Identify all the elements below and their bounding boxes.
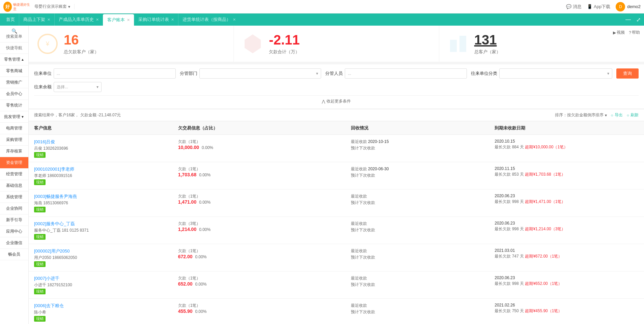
overdue-days-6: 最长欠款 750 天 超期¥455.90（1笔） [495,308,639,314]
debt-percent-3: 0.00% [199,227,211,232]
debt-amount-value-6: 455.90 [178,308,193,314]
top-right-actions: 💬 消息 📱 App下载 D demo2 [566,2,641,11]
sort-icon: ▾ [605,113,607,118]
recovery-info-6: 最近收款 预计下次收款 [351,303,495,315]
sidebar-item-basic-info[interactable]: 基础信息 [0,180,28,192]
debt-info-2: 欠款（1笔） 1,471.00 0.00% [178,194,351,205]
customer-name-1[interactable]: [0001020001]李老师 [34,166,178,172]
refresh-circle-icon: ○ [627,113,629,118]
sidebar-item-retail-mgmt[interactable]: 零售管理▲ [0,54,28,65]
sidebar-item-ecommerce[interactable]: 电商管理 [0,123,28,134]
quick-nav[interactable]: 快捷导航 [0,42,28,54]
sidebar-item-vip[interactable]: 畅会员 [0,249,28,260]
table-row: [0007]小进千 小进千 18279152100 现销 欠款（1笔） 652.… [29,271,644,299]
sidebar-item-capital[interactable]: 资金管理 [0,157,28,169]
customer-name-0[interactable]: [0016]吕俊 [34,139,178,145]
tab-product-history[interactable]: 产成品入库单历史 ✕ [54,13,103,26]
sort-select[interactable]: 排序：按欠款金额倒序排序 ▾ [555,112,607,118]
next-collect-0: 预计下次收款 [351,145,495,151]
customer-name-3[interactable]: [0002]服务中心_丁磊 [34,221,178,227]
export-btn[interactable]: ○ 导出 [611,112,623,118]
tab-close-5[interactable]: ✕ [233,18,236,22]
overdue-amount-1[interactable]: 超期¥1,703.68（1笔） [525,172,565,177]
overdue-info-4: 2021.03.01 最长欠款 747 天 超期¥672.00（1笔） [495,248,639,259]
tab-minimize-icon[interactable]: — [624,17,632,23]
next-collect-3: 预计下次收款 [351,227,495,233]
tab-maximize-icon[interactable]: ⤢ [635,17,642,23]
recent-collect-1: 最近收款 2020-06-30 [351,166,495,172]
sidebar-item-wechat[interactable]: 企业微信 [0,237,28,249]
sidebar-item-guide[interactable]: 新手引导 [0,214,28,226]
tab-home[interactable]: 首页 [2,13,19,26]
debt-info-1: 欠款（1笔） 1,703.68 0.00% [178,166,351,177]
customer-tag-0: 现销 [34,152,46,158]
customer-tag-4: 现销 [34,261,46,267]
tab-purchase-summary[interactable]: 采购订单统计表 ✕ [134,13,178,26]
overdue-date-5: 2020.06.23 [495,275,639,280]
app-download-btn[interactable]: 📱 App下载 [587,4,610,10]
collapse-icon: ⋀ [322,99,325,104]
batch-arrow-icon: ▼ [21,115,24,119]
customer-info-4: [000002]用户2050 用户2050 18665062050 现销 [34,248,178,267]
sidebar-item-app-center[interactable]: 应用中心 [0,226,28,237]
tab-close-1[interactable]: ✕ [47,18,50,22]
next-collect-1: 预计下次收款 [351,173,495,178]
overdue-amount-2[interactable]: 超期¥1,471.00（1笔） [525,199,565,204]
customer-name-2[interactable]: [0003]畅捷服务尹海燕 [34,194,178,200]
recovery-info-1: 最近收款 2020-06-30 预计下次收款 [351,166,495,178]
department-select[interactable]: ▾ [199,68,321,79]
overdue-amount-4[interactable]: 超期¥672.00（1笔） [525,254,562,259]
sidebar-item-enterprise[interactable]: 企业协同 [0,203,28,214]
customer-tag-3: 现销 [34,234,46,240]
overdue-amount-6[interactable]: 超期¥455.90（1笔） [525,308,562,313]
source-unit-input[interactable]: ... [54,68,176,79]
store-selector[interactable]: 母婴行业演示账套 ▾ [30,4,75,9]
help-btn[interactable]: ? 帮助 [629,30,640,35]
balance-select[interactable]: 选择... ▾ [54,82,102,92]
overdue-amount-5[interactable]: 超期¥652.00（1笔） [525,281,562,286]
tab-stock-summary[interactable]: 进货单统计表（按商品） ✕ [178,13,240,26]
col-header-debt: 欠交易信息（占比） [178,125,351,131]
tab-goods-status[interactable]: 商品上下架 ✕ [19,13,54,26]
sidebar-item-retail-mall[interactable]: 零售商城 [0,65,28,77]
overdue-date-6: 2021.02.26 [495,303,639,307]
filter-manager: 分管人员 ... [325,68,467,79]
tab-customer-account[interactable]: 客户账本 ✕ [103,14,134,26]
overdue-date-3: 2020.06.23 [495,221,639,226]
debt-count-4: 欠款（1笔） [178,248,351,254]
tab-close-3[interactable]: ✕ [127,18,130,22]
refresh-btn[interactable]: ○ 刷新 [627,112,639,118]
user-avatar[interactable]: D demo2 [616,2,641,11]
tab-close-4[interactable]: ✕ [171,18,174,22]
customer-phone-3: 服务中心_丁磊 181 0125 8371 [34,228,178,233]
sidebar-item-batch-mgmt[interactable]: 批发管理▼ [0,111,28,123]
unit-category-select[interactable]: ▾ [499,68,613,79]
sidebar-item-membership[interactable]: 会员中心 [0,88,28,100]
query-button[interactable]: 查询 [616,68,639,79]
sidebar-item-marketing[interactable]: 营销推广 [0,77,28,88]
overdue-days-1: 最长欠款 853 天 超期¥1,703.68（1笔） [495,172,639,177]
overdue-info-2: 2020.06.23 最长欠款 998 天 超期¥1,471.00（1笔） [495,194,639,205]
stat-label-debt-customers: 总欠款客户（家） [64,49,99,55]
video-btn[interactable]: ▶ 视频 [613,30,625,35]
message-btn[interactable]: 💬 消息 [566,4,582,10]
manager-input[interactable]: ... [345,68,467,79]
svg-rect-2 [450,40,457,52]
app-icon: 📱 [587,4,592,9]
overdue-amount-3[interactable]: 超期¥1,214.00（3笔） [525,227,565,231]
search-menu[interactable]: 🔍 搜索菜单 [0,26,28,42]
customer-name-5[interactable]: [0007]小进千 [34,275,178,282]
tab-close-2[interactable]: ✕ [96,18,99,22]
overdue-amount-0[interactable]: 超期¥10,000.00（1笔） [525,145,568,149]
customer-name-4[interactable]: [000002]用户2050 [34,248,178,254]
collapse-btn[interactable]: ⋀ 收起更多条件 [322,98,351,104]
debt-percent-1: 0.00% [199,173,211,177]
sidebar-item-purchase[interactable]: 采购管理 [0,134,28,146]
sidebar-item-operations[interactable]: 经营管理 [0,169,28,180]
sidebar-item-system[interactable]: 系统管理 [0,192,28,203]
stats-row: ¥ 16 总欠款客户（家） -2.11 欠款合计（万） [29,26,644,62]
sidebar-item-inventory[interactable]: 库存核算 [0,146,28,157]
customer-name-6[interactable]: [0006]去下粮仓 [34,303,178,309]
sidebar: 🔍 搜索菜单 快捷导航 零售管理▲ 零售商城 营销推广 会员中心 零售统计 批发… [0,26,29,324]
sidebar-item-retail-stats[interactable]: 零售统计 [0,100,28,111]
